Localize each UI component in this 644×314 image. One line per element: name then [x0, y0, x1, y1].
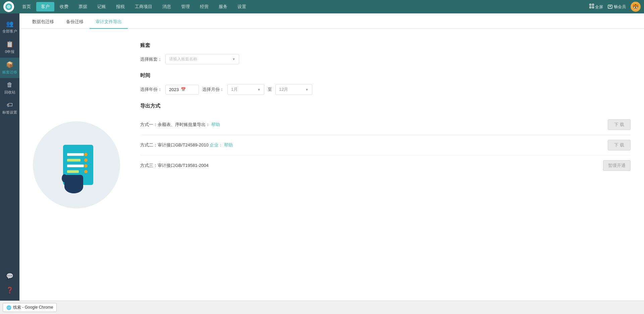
nav-business[interactable]: 工商项目 [130, 2, 157, 11]
export-section-title: 导出方式 [140, 103, 631, 109]
sidebar: 👥 全部客户 📋 0申报 📦 账套迁移 🗑 回收站 🏷 标签设置 💬 ❓ [0, 13, 19, 301]
nav-manage[interactable]: 管理 [176, 2, 195, 11]
time-section-title: 时间 [140, 72, 631, 79]
sidebar-item-account-migration[interactable]: 📦 账套迁移 [0, 58, 19, 78]
svg-point-14 [84, 164, 88, 168]
sidebar-item-all-clients[interactable]: 👥 全部客户 [0, 17, 19, 37]
nav-tax[interactable]: 报税 [111, 2, 129, 11]
taskbar: 🌐 线索 - Google Chrome [0, 301, 644, 314]
app-logo [3, 1, 14, 12]
account-section-title: 账套 [140, 42, 631, 49]
tab-backup-migration[interactable]: 备份迁移 [60, 15, 90, 29]
illustration-circle [33, 121, 120, 208]
member-button[interactable]: 畅会员 [608, 4, 626, 10]
nav-invoice[interactable]: 票据 [74, 2, 92, 11]
method-1-text: 方式一：余额表、序时账批量导出： 帮助 [140, 122, 220, 128]
chat-icon: 💬 [6, 272, 13, 280]
tab-data-migration[interactable]: 数据包迁移 [26, 15, 60, 29]
account-placeholder: 请输入账套名称 [169, 56, 197, 62]
chrome-icon: 🌐 [6, 305, 11, 310]
nav-fee[interactable]: 收费 [55, 2, 73, 11]
svg-point-18 [62, 174, 67, 182]
method-2-download-button[interactable]: 下 载 [608, 140, 631, 150]
tab-bar: 数据包迁移 备份迁移 审计文件导出 [19, 13, 644, 29]
sidebar-item-help[interactable]: ❓ [0, 283, 19, 297]
nav-home[interactable]: 首页 [17, 2, 36, 11]
sidebar-bottom: 💬 ❓ [0, 269, 19, 301]
month-label: 选择月份： [202, 86, 224, 92]
account-select-label: 选择账套： [140, 56, 162, 62]
svg-rect-4 [592, 7, 594, 8]
page-content: 账套 选择账套： 请输入账套名称 ▼ 时间 选择年份： [19, 29, 644, 301]
time-row: 选择年份： 2023 📅 选择月份： 1月 ▼ 至 12月 [140, 84, 631, 95]
svg-rect-19 [67, 159, 80, 162]
method-2-company-label: 企业： [210, 142, 223, 147]
year-label: 选择年份： [140, 86, 162, 92]
main-layout: 👥 全部客户 📋 0申报 📦 账套迁移 🗑 回收站 🏷 标签设置 💬 ❓ [0, 13, 644, 301]
method-3-row: 方式三：审计接口GB/T19581-2004 暂缓开通 [140, 155, 631, 176]
svg-point-13 [84, 159, 88, 162]
recycle-icon: 🗑 [7, 81, 13, 88]
account-chevron-icon: ▼ [232, 57, 235, 61]
top-navigation: 首页 客户 收费 票据 记账 报税 工商项目 消息 管理 经营 服务 设置 全屏… [0, 0, 644, 13]
fullscreen-button[interactable]: 全屏 [589, 4, 603, 10]
method-3-open-button[interactable]: 暂缓开通 [603, 160, 631, 171]
all-clients-icon: 👥 [6, 20, 13, 27]
time-section: 时间 选择年份： 2023 📅 选择月份： 1月 ▼ 至 [140, 72, 631, 95]
illustration-area [33, 39, 120, 291]
year-value: 2023 [169, 87, 179, 92]
sidebar-item-chat[interactable]: 💬 [0, 269, 19, 283]
account-migration-icon: 📦 [6, 61, 13, 68]
tag-settings-icon: 🏷 [7, 102, 13, 109]
year-input[interactable]: 2023 📅 [165, 85, 199, 95]
content-area: 数据包迁移 备份迁移 审计文件导出 [19, 13, 644, 301]
account-section: 账套 选择账套： 请输入账套名称 ▼ [140, 42, 631, 64]
calendar-icon: 📅 [181, 87, 186, 92]
nav-settings[interactable]: 设置 [233, 2, 251, 11]
nav-message[interactable]: 消息 [158, 2, 176, 11]
help-icon: ❓ [6, 287, 13, 294]
month-end-dropdown[interactable]: 12月 ▼ [275, 84, 312, 95]
svg-point-6 [609, 6, 611, 7]
method-1-row: 方式一：余额表、序时账批量导出： 帮助 下 载 [140, 115, 631, 135]
svg-point-12 [84, 153, 88, 156]
nav-client[interactable]: 客户 [36, 2, 54, 11]
month-start-chevron-icon: ▼ [257, 88, 261, 91]
sidebar-item-zero-report[interactable]: 📋 0申报 [0, 37, 19, 58]
method-1-download-button[interactable]: 下 载 [608, 119, 631, 130]
svg-rect-2 [592, 4, 594, 5]
nav-right-area: 全屏 畅会员 🐯 [589, 2, 641, 12]
form-area: 账套 选择账套： 请输入账套名称 ▼ 时间 选择年份： [140, 39, 631, 291]
time-separator: 至 [268, 86, 272, 92]
nav-menu: 首页 客户 收费 票据 记账 报税 工商项目 消息 管理 经营 服务 设置 [17, 2, 589, 11]
nav-accounting[interactable]: 记账 [93, 2, 111, 11]
sidebar-item-tag-settings[interactable]: 🏷 标签设置 [0, 98, 19, 118]
chrome-label: 线索 - Google Chrome [13, 305, 53, 310]
svg-rect-10 [67, 165, 84, 167]
month-start-dropdown[interactable]: 1月 ▼ [227, 84, 264, 95]
method-1-help-link[interactable]: 帮助 [211, 122, 220, 127]
account-select-dropdown[interactable]: 请输入账套名称 ▼ [165, 54, 239, 64]
svg-rect-1 [590, 4, 591, 5]
tab-audit-export[interactable]: 审计文件导出 [90, 15, 128, 29]
account-select-row: 选择账套： 请输入账套名称 ▼ [140, 54, 631, 64]
svg-rect-8 [67, 153, 84, 156]
nav-service[interactable]: 服务 [214, 2, 232, 11]
month-end-value: 12月 [279, 86, 288, 92]
export-section: 导出方式 方式一：余额表、序时账批量导出： 帮助 下 载 方式二：审计接口GB/… [140, 103, 631, 176]
month-start-value: 1月 [231, 86, 238, 92]
method-2-text: 方式二：审计接口GB/T24589-2010 企业： 帮助 [140, 142, 233, 148]
method-2-help-link[interactable]: 帮助 [224, 142, 233, 147]
taskbar-chrome-item[interactable]: 🌐 线索 - Google Chrome [3, 303, 57, 312]
svg-rect-20 [67, 170, 79, 173]
svg-rect-3 [590, 7, 591, 8]
month-end-chevron-icon: ▼ [305, 88, 309, 91]
svg-point-15 [84, 170, 88, 173]
method-2-row: 方式二：审计接口GB/T24589-2010 企业： 帮助 下 载 [140, 135, 631, 155]
sidebar-item-recycle[interactable]: 🗑 回收站 [0, 78, 19, 98]
nav-operation[interactable]: 经营 [195, 2, 213, 11]
user-avatar[interactable]: 🐯 [631, 2, 641, 12]
zero-report-icon: 📋 [6, 41, 13, 48]
method-3-text: 方式三：审计接口GB/T19581-2004 [140, 163, 209, 169]
svg-rect-17 [64, 175, 83, 188]
